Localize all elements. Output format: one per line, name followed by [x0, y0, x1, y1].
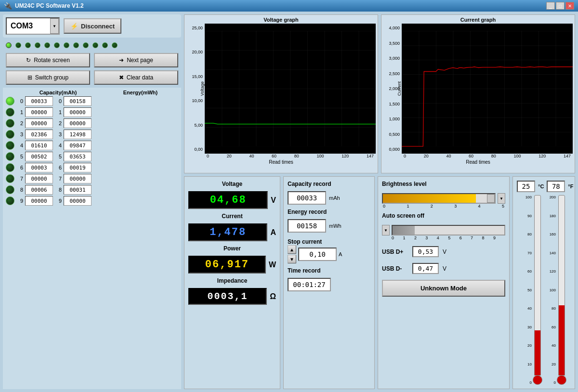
- rotate-screen-button[interactable]: ↻ Rotate screen: [6, 53, 90, 67]
- row-num-8: 8: [16, 187, 23, 193]
- voltage-unit: V: [271, 196, 276, 205]
- brightness-dropdown[interactable]: ▼: [498, 193, 505, 204]
- voltage-display: 04,68: [188, 191, 268, 209]
- fahrenheit-unit: °F: [568, 183, 573, 189]
- capacity-record-input[interactable]: [288, 191, 326, 205]
- stop-current-up[interactable]: ▲: [288, 245, 296, 254]
- row-dot-3: [6, 130, 14, 139]
- voltage-x-axis: 020406080100120147: [205, 154, 376, 158]
- row-num-9: 9: [16, 198, 23, 204]
- capacity-input-5[interactable]: [25, 152, 53, 161]
- brightness-label: Brightness level: [382, 181, 505, 187]
- time-record-label: Time record: [288, 267, 370, 274]
- impedance-display: 0003,1: [188, 288, 267, 305]
- energy-input-0[interactable]: [64, 96, 92, 106]
- stop-current-label: Stop current: [288, 238, 370, 245]
- fahrenheit-tube-col: [557, 195, 566, 385]
- row-dot-0: [6, 97, 14, 105]
- fahrenheit-input[interactable]: [547, 181, 565, 192]
- energy-input-9[interactable]: [64, 196, 92, 206]
- energy-input-7[interactable]: [64, 174, 92, 183]
- stop-current-down[interactable]: ▼: [288, 255, 296, 263]
- energy-input-1[interactable]: [64, 107, 92, 117]
- table-row: 0 0: [6, 96, 178, 106]
- energy-input-3[interactable]: [64, 130, 92, 139]
- svg-rect-1: [402, 31, 573, 146]
- celsius-thermometer: 1009080706050403020100: [521, 195, 542, 385]
- indicator-1: [15, 42, 21, 48]
- brightness-slider-container[interactable]: ▼ 012345: [382, 193, 505, 209]
- row-num-2: 2: [16, 120, 23, 126]
- celsius-scale: 1009080706050403020100: [521, 195, 532, 385]
- table-row: 7 7: [6, 174, 178, 183]
- stop-current-input[interactable]: [298, 248, 337, 261]
- indicator-3: [35, 42, 40, 48]
- capacity-input-2[interactable]: [25, 118, 53, 128]
- data-table: Capacity(mAh) Energy(mWh) 0 0 1 1 2 2 3: [3, 88, 181, 389]
- disconnect-icon: ⚡: [70, 23, 78, 30]
- unknown-mode-button[interactable]: Unknown Mode: [382, 280, 505, 297]
- indicator-6: [64, 42, 69, 48]
- disconnect-button[interactable]: ⚡ Disconnect: [64, 18, 121, 34]
- brightness-marks: 012345: [382, 204, 505, 209]
- capacity-input-4[interactable]: [25, 141, 53, 150]
- minimize-button[interactable]: _: [546, 2, 555, 10]
- capacity-input-7[interactable]: [25, 174, 53, 183]
- table-header: Capacity(mAh) Energy(mWh): [6, 90, 178, 95]
- current-y-label: Current: [397, 81, 402, 96]
- fahrenheit-scale: 200180160140120100806040200: [545, 195, 556, 385]
- capacity-input-6[interactable]: [25, 163, 53, 172]
- connection-controls: COM3 ▼ ⚡ Disconnect: [3, 14, 181, 38]
- switch-group-button[interactable]: ⊞ Switch group: [6, 70, 90, 85]
- close-button[interactable]: ✕: [565, 2, 574, 10]
- usb-dm-input[interactable]: [412, 263, 439, 274]
- celsius-input[interactable]: [517, 181, 535, 192]
- row-dot-2: [6, 119, 14, 128]
- energy-record-input[interactable]: [288, 219, 326, 233]
- capacity-input-8[interactable]: [25, 185, 53, 195]
- celsius-unit: °C: [538, 183, 544, 189]
- capacity-record-label: Capacity record: [288, 181, 370, 187]
- energy-record-unit: mWh: [329, 223, 342, 229]
- table-row: 5 5: [6, 152, 178, 161]
- com-port-display: COM3: [7, 18, 50, 34]
- graphs-row: Voltage graph 25,0020,0015,0010,005,000,…: [184, 14, 575, 173]
- indicator-dots: [3, 40, 181, 50]
- energy-input-5[interactable]: [64, 152, 92, 161]
- measurements-panel: Voltage 04,68 V Current 1,478 A Power 06…: [184, 176, 280, 389]
- action-buttons: ⊞ Switch group ✖ Clear data: [3, 70, 181, 85]
- table-row: 2 2: [6, 118, 178, 128]
- impedance-unit: Ω: [270, 292, 276, 301]
- capacity-input-0[interactable]: [25, 96, 53, 106]
- time-record-input[interactable]: [288, 278, 331, 291]
- auto-screen-dropdown[interactable]: ▼: [382, 225, 390, 235]
- stop-current-section: Stop current ▲ ▼ A: [288, 238, 370, 263]
- fahrenheit-thermometer: 200180160140120100806040200: [545, 195, 566, 385]
- next-page-button[interactable]: ➜ Next page: [94, 53, 178, 67]
- capacity-input-9[interactable]: [25, 196, 53, 206]
- row-num-6: 6: [16, 165, 23, 170]
- indicator-8: [83, 42, 89, 48]
- temp-inputs: °C °F: [517, 181, 571, 192]
- energy-input-4[interactable]: [64, 141, 92, 150]
- left-panel: COM3 ▼ ⚡ Disconnect ↻: [3, 14, 181, 389]
- app-title: UM24C PC Software V1.2: [15, 2, 84, 9]
- usb-dp-input[interactable]: [412, 246, 439, 257]
- indicator-7: [73, 42, 79, 48]
- maximize-button[interactable]: □: [556, 2, 565, 10]
- capacity-input-3[interactable]: [25, 130, 53, 139]
- indicator-11: [112, 42, 118, 48]
- stop-current-controls: ▲ ▼ A: [288, 245, 370, 263]
- com-port-dropdown[interactable]: ▼: [50, 18, 59, 34]
- current-graph-svg: [402, 24, 573, 154]
- energy-input-2[interactable]: [64, 118, 92, 128]
- energy-record-label: Energy record: [288, 209, 370, 215]
- clear-data-button[interactable]: ✖ Clear data: [94, 70, 178, 85]
- title-bar: 🔌 UM24C PC Software V1.2 _ □ ✕: [0, 0, 578, 12]
- energy-input-6[interactable]: [64, 163, 92, 172]
- capacity-record-unit: mAh: [329, 195, 340, 201]
- energy-input-8[interactable]: [64, 185, 92, 195]
- capacity-input-1[interactable]: [25, 107, 53, 117]
- current-graph-title: Current graph: [383, 17, 573, 23]
- auto-screen-slider-container[interactable]: ▼ 0123456789: [382, 225, 505, 240]
